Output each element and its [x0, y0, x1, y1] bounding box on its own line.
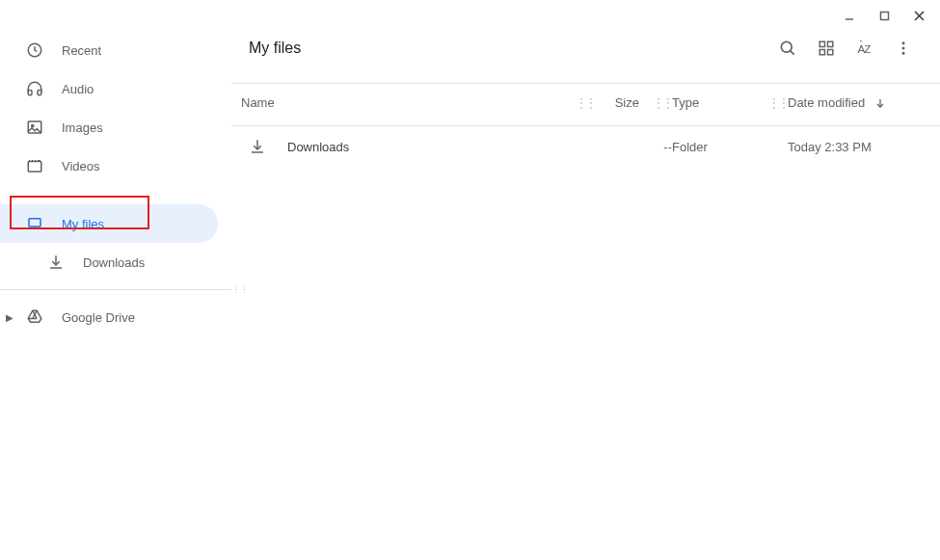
maximize-button[interactable]: [873, 4, 896, 27]
svg-rect-13: [828, 41, 833, 46]
svg-point-21: [902, 52, 905, 55]
download-icon: [249, 138, 266, 155]
svg-rect-1: [880, 12, 888, 19]
column-date[interactable]: Date modified: [788, 95, 865, 110]
svg-point-10: [781, 41, 792, 52]
chevron-right-icon[interactable]: ▶: [6, 312, 13, 323]
sidebar-item-label: Google Drive: [62, 310, 135, 325]
svg-text:Z: Z: [864, 42, 871, 55]
sidebar-item-label: Downloads: [83, 255, 145, 270]
sidebar-item-label: Recent: [62, 43, 101, 58]
drive-icon: [25, 307, 44, 327]
laptop-icon: [25, 214, 44, 233]
sidebar-item-my-files[interactable]: My files: [0, 204, 218, 243]
svg-point-19: [902, 41, 905, 44]
sidebar-item-label: Videos: [62, 159, 100, 173]
image-icon: [25, 118, 44, 137]
sidebar-item-recent[interactable]: Recent: [0, 31, 231, 69]
sidebar: Recent Audio Images Videos: [0, 19, 231, 560]
svg-point-18: [860, 40, 862, 42]
grid-view-button[interactable]: [807, 29, 846, 67]
table-header: Name ⋮⋮ Size ⋮⋮ Type ⋮⋮ Date modified: [231, 84, 940, 126]
svg-rect-12: [819, 41, 824, 46]
main-panel: My files AZ Name ⋮⋮ Size: [231, 19, 940, 560]
column-name[interactable]: Name: [241, 95, 275, 110]
column-resize-handle[interactable]: ⋮⋮: [768, 97, 788, 109]
sidebar-item-downloads[interactable]: Downloads: [0, 243, 231, 281]
sidebar-item-images[interactable]: Images: [0, 108, 231, 147]
row-type: Folder: [672, 140, 788, 154]
column-resize-handle[interactable]: ⋮⋮: [653, 97, 672, 109]
sort-button[interactable]: AZ: [846, 29, 884, 67]
sidebar-item-label: Audio: [62, 82, 94, 96]
row-size: --: [595, 140, 672, 154]
svg-rect-7: [28, 162, 41, 173]
sidebar-item-videos[interactable]: Videos: [0, 147, 231, 185]
page-title: My files: [249, 40, 301, 57]
more-options-button[interactable]: [884, 29, 923, 67]
sidebar-item-google-drive[interactable]: ▶ Google Drive: [0, 298, 231, 336]
column-resize-handle[interactable]: ⋮⋮: [576, 97, 595, 109]
row-date: Today 2:33 PM: [788, 140, 923, 154]
sidebar-item-audio[interactable]: Audio: [0, 69, 231, 108]
svg-point-20: [902, 47, 905, 50]
headphones-icon: [25, 79, 44, 98]
close-button[interactable]: [907, 4, 930, 27]
svg-rect-8: [29, 219, 40, 227]
sidebar-divider: [0, 289, 231, 290]
clock-icon: [25, 40, 44, 60]
sidebar-resize-handle[interactable]: ⋮⋮: [231, 285, 249, 295]
search-button[interactable]: [768, 29, 807, 67]
svg-rect-15: [828, 50, 833, 55]
table-row[interactable]: Downloads -- Folder Today 2:33 PM: [231, 126, 940, 167]
column-type[interactable]: Type: [672, 95, 699, 110]
svg-rect-14: [819, 50, 824, 55]
sort-descending-icon: [874, 97, 886, 109]
download-icon: [46, 253, 66, 272]
sidebar-item-label: My files: [62, 217, 104, 231]
column-size[interactable]: Size: [615, 95, 639, 110]
video-icon: [25, 156, 44, 175]
row-name: Downloads: [287, 140, 349, 154]
minimize-button[interactable]: [838, 4, 861, 27]
svg-line-11: [791, 51, 794, 55]
sidebar-item-label: Images: [62, 120, 103, 135]
svg-point-6: [32, 124, 34, 126]
